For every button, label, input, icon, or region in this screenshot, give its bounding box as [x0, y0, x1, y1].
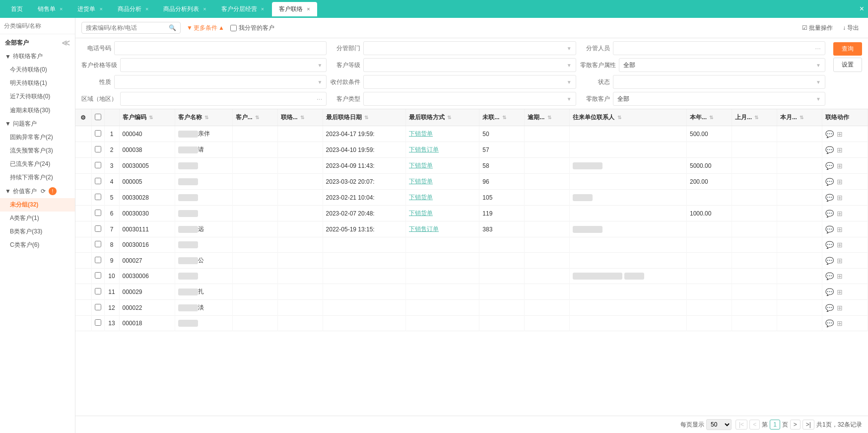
row-checkbox[interactable]	[95, 146, 101, 152]
sidebar-collapse-icon[interactable]: ≪	[62, 38, 70, 48]
tab-customer-contact[interactable]: 客户联络 ×	[272, 2, 317, 16]
grid-icon[interactable]: ⊞	[837, 162, 843, 170]
tab-purchase-close[interactable]: ×	[99, 6, 102, 12]
sidebar-item-lost[interactable]: 已流失客户(24)	[0, 157, 75, 171]
tab-home[interactable]: 首页	[4, 2, 30, 16]
first-page-btn[interactable]: |<	[735, 420, 747, 430]
sidebar-item-group-b[interactable]: B类客户(33)	[0, 225, 75, 238]
grid-icon[interactable]: ⊞	[837, 178, 843, 186]
type-column-header[interactable]: 客户... ⇅	[232, 109, 277, 126]
row-checkbox[interactable]	[95, 241, 101, 247]
row-last-contact-method[interactable]: 下销货单	[406, 206, 479, 221]
tab-customer-segment-close[interactable]: ×	[261, 6, 264, 12]
row-checkbox[interactable]	[95, 194, 101, 200]
contact-method-link[interactable]: 下销售订单	[409, 225, 439, 232]
per-page-dropdown[interactable]: 50 100	[706, 419, 732, 430]
search-input[interactable]	[86, 24, 167, 31]
contact-method-link[interactable]: 下销货单	[409, 130, 433, 137]
more-conditions-btn[interactable]: ▼ 更多条件 ▲	[187, 24, 224, 32]
chat-icon[interactable]: 💬	[825, 130, 834, 138]
all-customers-header[interactable]: 全部客户 ≪	[0, 34, 75, 50]
this-year-column-header[interactable]: 本年... ⇅	[687, 109, 732, 126]
grid-icon[interactable]: ⊞	[837, 304, 843, 312]
grid-icon[interactable]: ⊞	[837, 288, 843, 296]
row-checkbox[interactable]	[95, 257, 101, 263]
batch-operation-btn[interactable]: ☑ 批量操作	[799, 22, 836, 34]
row-last-contact-method[interactable]: 下销货单	[406, 190, 479, 206]
sidebar-group-value[interactable]: ▼ 价值客户 ⟳ !	[0, 185, 75, 198]
contact-method-link[interactable]: 下销货单	[409, 178, 433, 185]
contact-method-link[interactable]: 下销货单	[409, 162, 433, 169]
my-customers-check[interactable]	[230, 25, 237, 31]
prev-page-btn[interactable]: <	[749, 420, 760, 430]
tab-product-analysis[interactable]: 商品分析 ×	[111, 2, 155, 16]
row-checkbox[interactable]	[95, 130, 101, 137]
sidebar-item-tomorrow[interactable]: 明天待联络(1)	[0, 76, 75, 90]
price-level-select[interactable]: ▼	[120, 58, 327, 72]
sidebar-group-problem[interactable]: ▼ 问题客户	[0, 117, 75, 131]
sidebar-group-pending[interactable]: ▼ 待联络客户	[0, 50, 75, 63]
not-contacted-column-header[interactable]: 未联... ⇅	[479, 109, 525, 126]
row-checkbox[interactable]	[95, 319, 101, 326]
chat-icon[interactable]: 💬	[825, 210, 834, 217]
chat-icon[interactable]: 💬	[825, 146, 834, 154]
chat-icon[interactable]: 💬	[825, 194, 834, 202]
sidebar-item-declining[interactable]: 持续下滑客户(2)	[0, 171, 75, 184]
sidebar-item-today[interactable]: 今天待联络(0)	[0, 63, 75, 76]
last-month-column-header[interactable]: 上月... ⇅	[732, 109, 777, 126]
dept-select[interactable]: ▼	[363, 41, 576, 55]
select-all-checkbox[interactable]	[95, 114, 101, 120]
chat-icon[interactable]: 💬	[825, 319, 834, 327]
row-last-contact-method[interactable]	[406, 237, 479, 253]
last-page-btn[interactable]: >|	[802, 420, 814, 430]
counterpart-column-header[interactable]: 往来单位联系人 ⇅	[570, 109, 687, 126]
close-all-tabs[interactable]: ×	[860, 4, 864, 13]
tab-customer-segment[interactable]: 客户分层经营 ×	[214, 2, 271, 16]
contact-method-link[interactable]: 下销售订单	[409, 146, 439, 153]
row-last-contact-method[interactable]	[406, 300, 479, 316]
contact-method-link[interactable]: 下销货单	[409, 194, 433, 201]
row-checkbox[interactable]	[95, 210, 101, 216]
chat-icon[interactable]: 💬	[825, 288, 834, 296]
grid-icon[interactable]: ⊞	[837, 210, 843, 217]
chat-icon[interactable]: 💬	[825, 257, 834, 265]
grid-icon[interactable]: ⊞	[837, 319, 843, 327]
contact-method-link[interactable]: 下销货单	[409, 210, 433, 216]
customer-level-select[interactable]: ▼	[363, 58, 576, 72]
row-checkbox[interactable]	[95, 178, 101, 184]
chat-icon[interactable]: 💬	[825, 178, 834, 186]
region-select[interactable]: ···	[120, 92, 327, 106]
row-last-contact-method[interactable]: 下销货单	[406, 158, 479, 174]
row-last-contact-method[interactable]	[406, 269, 479, 284]
row-last-contact-method[interactable]: 下销货单	[406, 126, 479, 142]
chat-icon[interactable]: 💬	[825, 225, 834, 233]
refresh-icon[interactable]: ⟳	[41, 188, 46, 195]
tab-product-analysis-list-close[interactable]: ×	[203, 6, 206, 12]
contact-column-header[interactable]: 联络... ⇅	[277, 109, 323, 126]
phone-input[interactable]	[114, 41, 327, 55]
grid-icon[interactable]: ⊞	[837, 272, 843, 280]
row-last-contact-method[interactable]	[406, 253, 479, 269]
grid-icon[interactable]: ⊞	[837, 146, 843, 154]
tab-product-analysis-list[interactable]: 商品分析列表 ×	[156, 2, 213, 16]
tab-customer-contact-close[interactable]: ×	[307, 6, 310, 12]
sidebar-item-unclassified[interactable]: 未分组(32)	[0, 198, 75, 212]
tab-purchase[interactable]: 进货单 ×	[70, 2, 109, 16]
nature-select[interactable]: ▼	[114, 75, 327, 89]
overdue-column-header[interactable]: 逾期... ⇅	[525, 109, 570, 126]
last-contact-method-column-header[interactable]: 最后联络方式 ⇅	[406, 109, 479, 126]
tab-sales-close[interactable]: ×	[60, 6, 63, 12]
grid-icon[interactable]: ⊞	[837, 225, 843, 233]
retail-attr-select[interactable]: 全部 ▼	[619, 58, 825, 72]
code-column-header[interactable]: 客户编码 ⇅	[119, 109, 175, 126]
row-last-contact-method[interactable]	[406, 284, 479, 300]
sidebar-item-7days[interactable]: 近7天待联络(0)	[0, 90, 75, 103]
grid-icon[interactable]: ⊞	[837, 130, 843, 138]
chat-icon[interactable]: 💬	[825, 162, 834, 170]
row-last-contact-method[interactable]	[406, 316, 479, 331]
manager-select[interactable]: ···	[613, 41, 825, 55]
row-last-contact-method[interactable]: 下销售订单	[406, 221, 479, 237]
row-checkbox[interactable]	[95, 288, 101, 294]
sidebar-item-group-c[interactable]: C类客户(6)	[0, 238, 75, 252]
export-btn[interactable]: ↓ 导出	[840, 22, 862, 34]
